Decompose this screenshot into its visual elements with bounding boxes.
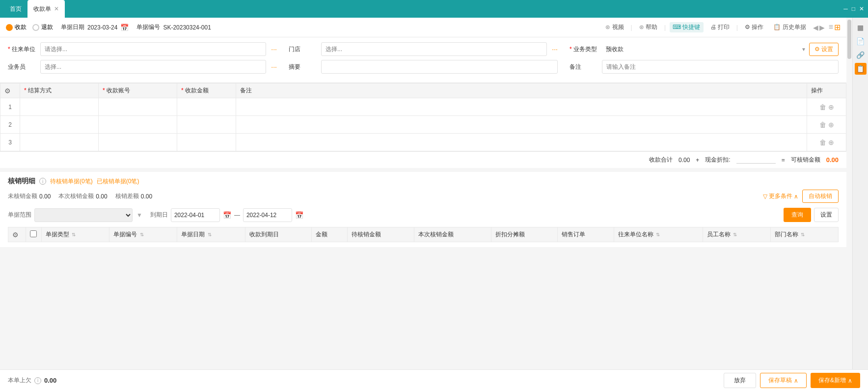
bottom-settings-button[interactable]: 设置 [814,208,839,222]
sidebar-form-icon[interactable]: 📋 [855,63,867,75]
radio-refund[interactable]: 退款 [32,23,53,31]
input-note-2[interactable] [236,116,807,133]
date-from-input[interactable] [171,208,220,222]
date-to-input[interactable] [243,208,292,222]
salesperson-label: 业务员 [8,63,37,71]
cell-amount-1[interactable] [177,98,236,116]
view-list-btn[interactable]: ≡ [829,23,833,32]
info-icon[interactable]: i [39,178,46,185]
input-method-1[interactable] [20,98,98,115]
delete-icon-1[interactable]: 🗑 [819,103,826,111]
salesperson-input[interactable] [40,60,266,74]
tab-receipt[interactable]: 收款单 ✕ [27,0,65,18]
input-method-2[interactable] [20,116,98,133]
shop-more-icon[interactable]: ··· [552,45,558,53]
stat-current: 本次核销金额 0.00 [58,192,107,200]
cell-note-1[interactable] [236,98,807,116]
input-note-3[interactable] [236,134,807,151]
sidebar-table-icon[interactable]: ▦ [855,22,867,33]
video-btn[interactable]: ⊙ 视频 [602,22,626,32]
cell-note-2[interactable] [236,116,807,134]
cell-method-1[interactable] [20,98,99,116]
cell-account-1[interactable] [99,98,177,116]
cell-note-3[interactable] [236,134,807,151]
range-select[interactable] [34,208,133,222]
tab-close-icon[interactable]: ✕ [54,5,59,12]
summary-input[interactable] [321,60,558,74]
query-button[interactable]: 查询 [784,208,811,222]
input-account-3[interactable] [99,134,177,151]
calendar-from-icon[interactable]: 📅 [223,211,231,219]
scrollbar-area[interactable] [846,18,852,369]
table-gear-icon[interactable]: ⚙ [4,87,11,95]
cell-amount-3[interactable] [177,134,236,151]
carry-info-icon[interactable]: i [34,377,41,384]
tab-home-label: 首页 [10,5,22,13]
delete-icon-3[interactable]: 🗑 [819,139,826,146]
cell-method-2[interactable] [20,116,99,134]
salesperson-more-icon[interactable]: ··· [271,63,277,71]
input-method-3[interactable] [20,134,98,151]
form-row-1: 往来单位 ··· 门店 ··· 业务类型 预收款 ▼ ⚙ 设置 [8,42,839,56]
range-select-arrow: ▼ [136,212,142,219]
settings-button[interactable]: ⚙ 设置 [809,43,839,56]
print-btn[interactable]: 🖨 打印 [707,22,732,32]
calendar-icon[interactable]: 📅 [120,24,129,31]
tab-home[interactable]: 首页 [4,0,27,18]
bottom-gear-icon[interactable]: ⚙ [12,231,19,239]
more-conditions-label: 更多条件 [769,192,792,200]
copy-icon-2[interactable]: ⊕ [828,121,834,129]
minimize-btn[interactable]: ─ [843,5,848,12]
pending-count: 0笔 [81,178,91,185]
tab-receipt-label: 收款单 [33,5,51,13]
scrollbar-thumb[interactable] [847,20,851,59]
save-new-button[interactable]: 保存&新增 ∧ [811,373,860,388]
bcol-gear: ⚙ [8,227,26,242]
done-tab[interactable]: 已核销单据(0笔) [97,177,139,186]
counterparty-input[interactable] [40,42,266,56]
pending-tab[interactable]: 待核销单据(0笔) [50,177,93,186]
copy-icon-3[interactable]: ⊕ [828,139,834,146]
history-btn[interactable]: 📋 历史单据 [770,22,809,32]
sidebar-doc-icon[interactable]: 📄 [855,35,867,47]
col-account-no: 收款账号 [99,84,177,98]
nav-prev-btn[interactable]: ◀ [813,24,818,31]
view-grid-btn[interactable]: ⊞ [834,23,841,32]
sidebar-link-icon[interactable]: 🔗 [855,49,867,61]
radio-receipt[interactable]: 收款 [6,23,27,31]
discount-input[interactable] [736,156,776,164]
help-btn[interactable]: ⊙ 帮助 [636,22,660,32]
cell-account-3[interactable] [99,134,177,151]
calendar-to-icon[interactable]: 📅 [295,211,303,219]
shop-input[interactable] [321,42,547,56]
abandon-button[interactable]: 放弃 [724,373,756,388]
shop-field: 门店 ··· [289,42,558,56]
shortcut-btn[interactable]: ⌨ 快捷键 [670,22,703,32]
operation-btn[interactable]: ⚙ 操作 [742,22,766,32]
input-amount-1[interactable] [177,98,236,115]
auto-offset-button[interactable]: 自动核销 [802,190,839,203]
delete-icon-2[interactable]: 🗑 [819,121,826,129]
summary-field: 摘要 [289,60,558,74]
input-amount-2[interactable] [177,116,236,133]
more-conditions-btn[interactable]: ▽ 更多条件 ∧ [763,192,798,200]
total-label: 收款合计 [649,156,673,164]
draft-button[interactable]: 保存草稿 ∧ [760,373,807,388]
input-amount-3[interactable] [177,134,236,151]
input-note-1[interactable] [236,98,807,115]
select-all-checkbox[interactable] [30,230,37,237]
close-btn[interactable]: ✕ [859,5,864,12]
cell-method-3[interactable] [20,134,99,151]
unchecked-label: 未核销金额 [8,192,37,200]
note-input[interactable] [602,60,839,74]
biz-type-caret[interactable]: ▼ [801,47,806,52]
biz-type-label: 业务类型 [570,45,599,54]
input-account-2[interactable] [99,116,177,133]
cell-account-2[interactable] [99,116,177,134]
nav-next-btn[interactable]: ▶ [819,24,825,31]
counterparty-more-icon[interactable]: ··· [271,45,277,53]
copy-icon-1[interactable]: ⊕ [828,103,834,111]
cell-amount-2[interactable] [177,116,236,134]
maximize-btn[interactable]: □ [852,5,855,12]
input-account-1[interactable] [99,98,177,115]
